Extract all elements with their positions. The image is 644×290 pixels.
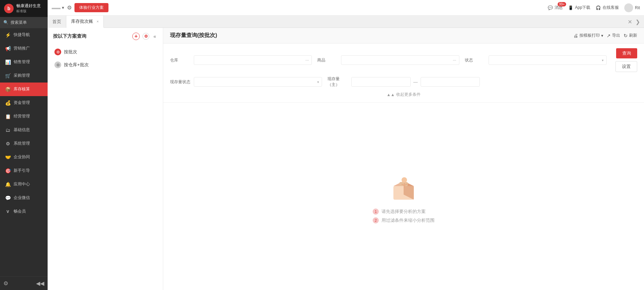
system-label: 系统管理 [14, 141, 30, 146]
hint-1-num: 1 [373, 209, 379, 215]
sidebar-item-inventory[interactable]: 📦 库存核算 [0, 83, 48, 96]
print-label: 按模板打印 [579, 33, 600, 38]
sidebar-footer: ⚙ ◀◀ [0, 276, 48, 290]
marketing-icon: 📢 [5, 46, 11, 52]
plan-label-batch: 按批次 [64, 49, 77, 55]
search-icon: 🔍 [3, 20, 9, 25]
hint-2-text: 用过滤条件来缩小分析范围 [382, 217, 435, 223]
stock-qty-max-input[interactable] [421, 77, 480, 87]
wechat-label: 企业微信 [14, 195, 30, 201]
goods-input[interactable]: ··· [341, 55, 459, 65]
messages-button[interactable]: 💬 消息 99+ [548, 5, 563, 11]
empty-illustration [387, 169, 421, 203]
print-chevron-icon: ▾ [601, 33, 603, 38]
stock-qty-range: — [351, 77, 479, 87]
enterprise-label: 企业协同 [14, 154, 30, 160]
goods-more-icon: ··· [453, 58, 456, 62]
hint-2-num: 2 [373, 217, 379, 223]
collapse-label: 收起更多条件 [396, 92, 421, 97]
sidebar-item-app-center[interactable]: 🔔 应用中心 [0, 178, 48, 191]
sidebar-item-purchase[interactable]: 🛒 采购管理 [0, 69, 48, 83]
warehouse-input[interactable]: ··· [194, 55, 312, 65]
top-bar-dropdown[interactable]: ▬▬ ▾ [52, 5, 64, 10]
sidebar-item-wechat[interactable]: 💬 企业微信 [0, 191, 48, 205]
dropdown-text: ▬▬ [52, 5, 61, 10]
export-button[interactable]: ↗ 导出 [607, 33, 620, 38]
empty-state: 1 请先选择要分析的方案 2 用过滤条件来缩小分析范围 [163, 103, 644, 290]
stock-qty-label: 现存量（主） [327, 76, 351, 88]
panel-collapse-button[interactable]: « [152, 33, 157, 40]
left-panel: 按以下方案查询 + ⚙ « ⊙ 按批次 ⊙ 按仓库+批次 [48, 28, 163, 290]
print-button[interactable]: 🖨 按模板打印 ▾ [573, 33, 603, 38]
marketing-label: 营销推广 [14, 46, 30, 51]
refresh-button[interactable]: ↻ 刷新 [624, 33, 637, 38]
quick-nav-label: 快捷导航 [14, 32, 30, 38]
left-panel-title: 按以下方案查询 [53, 33, 86, 39]
sidebar-item-management[interactable]: 📋 经营管理 [0, 110, 48, 123]
dropdown-chevron-icon: ▾ [62, 5, 64, 10]
stock-qty-min-input[interactable] [351, 77, 410, 87]
collapse-sidebar-button[interactable]: ◀◀ [36, 280, 44, 287]
guide-label: 新手引导 [14, 168, 30, 174]
stock-status-select[interactable]: ▾ [194, 77, 322, 87]
collapse-button[interactable]: ▲▲ 收起更多条件 [170, 92, 637, 97]
collapse-up-icon: ▲▲ [387, 92, 395, 97]
app-download-button[interactable]: 📱 App下载 [568, 5, 590, 11]
right-panel: 现存量查询(按批次) 🖨 按模板打印 ▾ ↗ 导出 ↻ [163, 28, 644, 290]
sidebar-item-guide[interactable]: 🎯 新手引导 [0, 164, 48, 178]
warehouse-filter-group: 仓库 ··· [170, 55, 312, 65]
top-bar-right: 💬 消息 99+ 📱 App下载 🎧 在线客服 Rit [548, 3, 640, 12]
sidebar-item-system[interactable]: ⚙ 系统管理 [0, 137, 48, 150]
avatar [624, 3, 633, 12]
export-icon: ↗ [607, 33, 611, 38]
tab-close-button[interactable]: × [97, 19, 99, 23]
sidebar-nav: ⚡ 快捷导航 📢 营销推广 📊 销售管理 🛒 采购管理 📦 库存核算 💰 [0, 28, 48, 276]
tab-more-button[interactable]: ❯ [635, 19, 640, 25]
app-logo: b [4, 4, 14, 13]
top-bar-gear-icon[interactable]: ⚙ [67, 4, 72, 11]
sidebar-item-marketing[interactable]: 📢 营销推广 [0, 42, 48, 55]
plan-settings-icon[interactable]: ⚙ [142, 33, 149, 40]
message-icon: 💬 [548, 5, 553, 10]
user-profile[interactable]: Rit [624, 3, 640, 12]
set-button[interactable]: 设置 [615, 61, 637, 72]
sidebar-item-finance[interactable]: 💰 资金管理 [0, 96, 48, 110]
sidebar-item-enterprise[interactable]: 🤝 企业协同 [0, 150, 48, 164]
search-menu-item[interactable]: 🔍 搜索菜单 [0, 17, 48, 28]
goods-label: 商品 [317, 57, 341, 63]
empty-hint-2: 2 用过滤条件来缩小分析范围 [373, 217, 435, 223]
sidebar-item-quick-nav[interactable]: ⚡ 快捷导航 [0, 28, 48, 42]
refresh-label: 刷新 [629, 33, 637, 38]
top-bar: ▬▬ ▾ ⚙ 体验行业方案 💬 消息 99+ 📱 App下载 🎧 [48, 0, 644, 16]
add-plan-button[interactable]: + [132, 33, 140, 40]
plan-item-batch[interactable]: ⊙ 按批次 [48, 46, 163, 58]
app-download-icon: 📱 [568, 5, 573, 10]
online-service-button[interactable]: 🎧 在线客服 [596, 5, 619, 11]
empty-hints: 1 请先选择要分析的方案 2 用过滤条件来缩小分析范围 [373, 209, 435, 223]
tab-inventory-batch[interactable]: 库存批次账 × [66, 16, 104, 28]
member-icon: V [5, 209, 11, 215]
quick-nav-icon: ⚡ [5, 32, 11, 38]
sidebar-header: b 畅康通好生意 标准版 [0, 0, 48, 17]
tab-home[interactable]: 首页 [48, 16, 66, 28]
sidebar-item-member[interactable]: V 畅会员 [0, 205, 48, 218]
stock-status-filter-group: 现存量状态 ▾ [170, 77, 322, 87]
sidebar-item-sales[interactable]: 📊 销售管理 [0, 55, 48, 69]
search-menu-label: 搜索菜单 [11, 20, 27, 25]
status-select[interactable]: ▾ [489, 55, 607, 65]
plan-item-warehouse-batch[interactable]: ⊙ 按仓库+批次 [48, 58, 163, 71]
basic-info-icon: 🗂 [5, 127, 11, 133]
tab-home-label: 首页 [52, 19, 61, 25]
page-actions: 🖨 按模板打印 ▾ ↗ 导出 ↻ 刷新 [573, 33, 637, 38]
tab-close-all-button[interactable]: ✕ [628, 19, 632, 25]
system-icon: ⚙ [5, 141, 11, 147]
trial-button[interactable]: 体验行业方案 [74, 3, 108, 12]
app-name: 畅康通好生意 [16, 3, 41, 9]
hint-1-text: 请先选择要分析的方案 [382, 209, 426, 215]
sidebar-item-basic-info[interactable]: 🗂 基础信息 [0, 123, 48, 137]
query-button[interactable]: 查询 [616, 48, 637, 58]
finance-label: 资金管理 [14, 100, 30, 106]
settings-button[interactable]: ⚙ [3, 280, 8, 287]
page-header: 现存量查询(按批次) 🖨 按模板打印 ▾ ↗ 导出 ↻ [163, 28, 644, 43]
sales-label: 销售管理 [14, 59, 30, 65]
